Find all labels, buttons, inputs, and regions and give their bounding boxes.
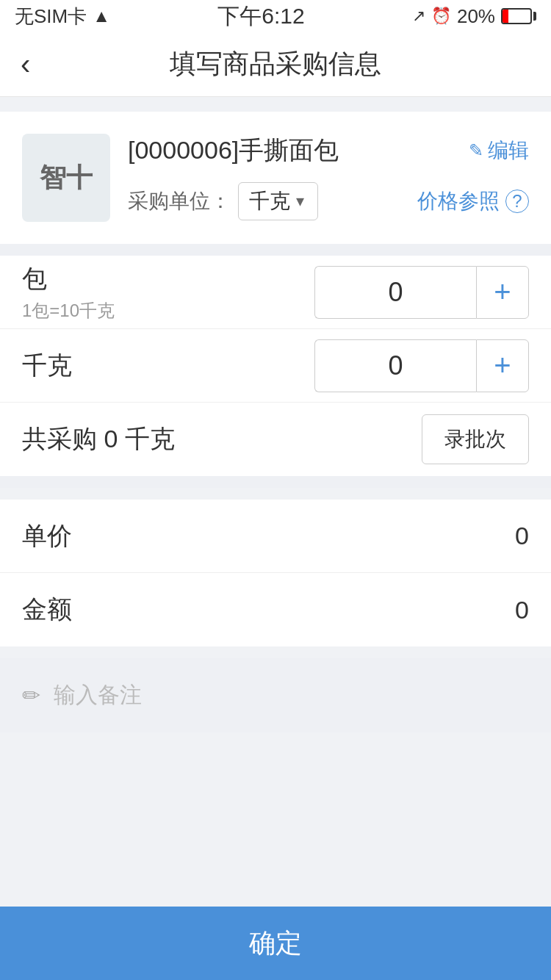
bag-input-row: 包 1包=10千克 + (0, 256, 551, 329)
product-info: [0000006]手撕面包 ✎ 编辑 采购单位： 千克 ▾ 价格参照 ? (128, 134, 529, 220)
kg-quantity-input[interactable] (314, 339, 476, 392)
product-logo-text: 智十 (40, 160, 93, 196)
page-title: 填写商品采购信息 (170, 46, 381, 82)
remark-placeholder: 输入备注 (54, 680, 142, 710)
kg-main-label: 千克 (22, 349, 72, 383)
unit-label: 采购单位： (128, 187, 231, 215)
kg-label-group: 千克 (22, 349, 72, 383)
bag-sub-label: 1包=10千克 (22, 299, 115, 323)
batch-button[interactable]: 录批次 (422, 414, 529, 464)
remark-section[interactable]: ✏ 输入备注 (0, 658, 551, 732)
pencil-icon: ✏ (22, 682, 40, 708)
bottom-spacer (0, 732, 551, 923)
kg-plus-button[interactable]: + (476, 339, 529, 392)
edit-label: 编辑 (488, 137, 529, 165)
bag-quantity-input[interactable] (314, 266, 476, 319)
section-divider-2 (0, 476, 551, 488)
amount-label: 金额 (22, 593, 72, 627)
bag-main-label: 包 (22, 262, 115, 296)
unit-value: 千克 (249, 187, 290, 215)
price-ref-button[interactable]: 价格参照 ? (417, 187, 529, 215)
input-section: 包 1包=10千克 + 千克 + (0, 256, 551, 403)
alarm-icon: ⏰ (431, 7, 451, 26)
confirm-label: 确定 (249, 926, 302, 962)
edit-button[interactable]: ✎ 编辑 (469, 137, 529, 165)
dropdown-arrow-icon: ▾ (296, 192, 304, 211)
nav-bar: ‹ 填写商品采购信息 (0, 32, 551, 97)
confirm-button[interactable]: 确定 (0, 907, 551, 980)
location-icon: ↗ (412, 7, 425, 26)
product-name: [0000006]手撕面包 (128, 134, 339, 167)
status-time: 下午6:12 (217, 1, 304, 32)
wifi-icon: ▲ (93, 6, 110, 26)
unit-price-value: 0 (515, 522, 529, 550)
summary-row: 共采购 0 千克 录批次 (0, 403, 551, 476)
sim-status: 无SIM卡 (15, 4, 87, 29)
price-ref-label: 价格参照 (417, 187, 500, 215)
battery-icon (501, 8, 536, 24)
unit-select[interactable]: 千克 ▾ (238, 182, 318, 220)
product-card: 智十 [0000006]手撕面包 ✎ 编辑 采购单位： 千克 ▾ 价格参照 ? (0, 112, 551, 244)
kg-input-row: 千克 + (0, 329, 551, 403)
bag-label-group: 包 1包=10千克 (22, 262, 115, 323)
battery-percent: 20% (457, 5, 495, 28)
kg-input-right: + (314, 339, 529, 392)
status-left: 无SIM卡 ▲ (15, 4, 110, 29)
help-icon: ? (505, 190, 529, 213)
bag-input-right: + (314, 266, 529, 319)
status-bar: 无SIM卡 ▲ 下午6:12 ↗ ⏰ 20% (0, 0, 551, 32)
bag-plus-button[interactable]: + (476, 266, 529, 319)
product-image: 智十 (22, 134, 110, 222)
section-divider-1 (0, 244, 551, 256)
unit-price-label: 单价 (22, 519, 72, 553)
status-right: ↗ ⏰ 20% (412, 5, 536, 28)
unit-row: 采购单位： 千克 ▾ 价格参照 ? (128, 182, 529, 220)
summary-text: 共采购 0 千克 (22, 422, 175, 456)
unit-price-row: 单价 0 (0, 500, 551, 573)
price-section: 单价 0 金额 0 (0, 500, 551, 646)
product-name-row: [0000006]手撕面包 ✎ 编辑 (128, 134, 529, 167)
back-button[interactable]: ‹ (21, 48, 30, 81)
amount-row: 金额 0 (0, 573, 551, 646)
edit-icon: ✎ (469, 140, 483, 161)
amount-value: 0 (515, 596, 529, 624)
